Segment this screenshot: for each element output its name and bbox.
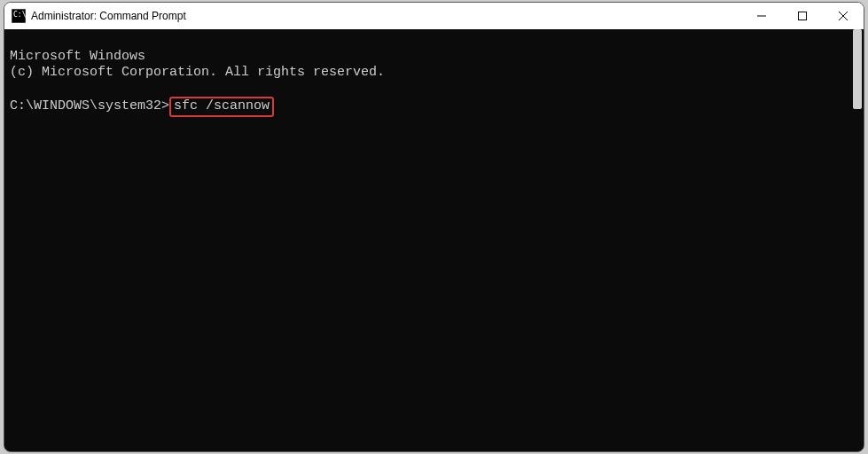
scrollbar-thumb[interactable] — [853, 29, 862, 109]
svg-rect-3 — [799, 12, 807, 20]
window-title: Administrator: Command Prompt — [31, 10, 741, 22]
window-controls — [741, 3, 864, 29]
terminal-prompt: C:\WINDOWS\system32> — [10, 98, 169, 114]
minimize-button[interactable] — [741, 3, 782, 29]
svg-text:C:\: C:\ — [13, 11, 26, 19]
terminal-prompt-line: C:\WINDOWS\system32>sfc /scannow — [10, 98, 274, 114]
command-highlight: sfc /scannow — [169, 97, 274, 117]
terminal-command: sfc /scannow — [174, 98, 270, 114]
vertical-scrollbar[interactable] — [851, 29, 864, 451]
close-button[interactable] — [823, 3, 864, 29]
cmd-icon: C:\ — [12, 9, 26, 23]
titlebar[interactable]: C:\ Administrator: Command Prompt — [4, 3, 864, 29]
terminal-line: (c) Microsoft Corporation. All rights re… — [10, 65, 385, 80]
command-prompt-window: C:\ Administrator: Command Prompt Micros… — [4, 2, 864, 452]
maximize-button[interactable] — [782, 3, 823, 29]
terminal-area: Microsoft Windows (c) Microsoft Corporat… — [4, 29, 864, 451]
terminal-line: Microsoft Windows — [10, 49, 145, 64]
terminal-output[interactable]: Microsoft Windows (c) Microsoft Corporat… — [4, 29, 851, 451]
